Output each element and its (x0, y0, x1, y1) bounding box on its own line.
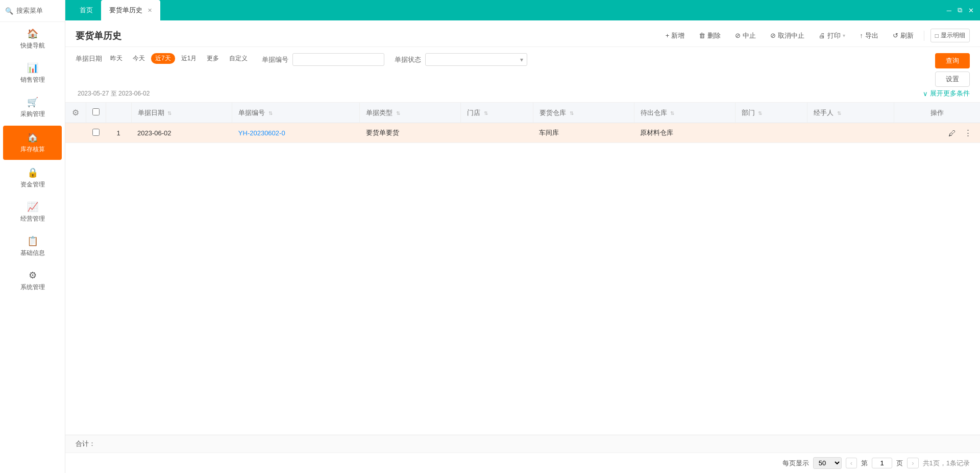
delete-icon: 🗑 (699, 32, 705, 39)
delete-button[interactable]: 🗑 删除 (695, 29, 725, 42)
date-opt-last7days[interactable]: 近7天 (151, 53, 175, 64)
sidebar-search-label: 搜索菜单 (16, 6, 43, 15)
sidebar-item-purchase[interactable]: 🛒 采购管理 (0, 90, 65, 125)
row-req-warehouse-cell: 车间库 (533, 123, 634, 143)
sidebar-item-inventory[interactable]: 🏠 库存核算 (3, 126, 62, 160)
col-date: 单据日期 ⇅ (131, 103, 232, 123)
col-type: 单据类型 ⇅ (360, 103, 461, 123)
sort-store-icon[interactable]: ⇅ (484, 110, 488, 116)
export-button[interactable]: ↑ 导出 (855, 29, 883, 42)
page-label: 第 (861, 459, 868, 468)
topbar: 首页 要货单历史 ✕ ─ ⧉ ✕ (65, 0, 980, 20)
sidebar-item-quick-nav[interactable]: 🏠 快捷导航 (0, 22, 65, 56)
row-check-cell (86, 123, 106, 143)
row-settings-cell (65, 123, 86, 143)
sidebar-item-system[interactable]: ⚙ 系统管理 (0, 264, 65, 298)
per-page-select[interactable]: 50 10 20 100 (813, 457, 842, 469)
sort-type-icon[interactable]: ⇅ (396, 110, 400, 116)
row-more-icon[interactable]: ⋮ (962, 127, 974, 138)
print-button[interactable]: 🖨 打印 ▾ (815, 29, 849, 42)
checkbox-icon: □ (935, 32, 939, 39)
per-page-label: 每页显示 (782, 459, 809, 468)
sort-handler-icon[interactable]: ⇅ (837, 110, 841, 116)
cancel-stop-button[interactable]: ⊘ 取消中止 (766, 29, 808, 42)
new-button[interactable]: + 新增 (662, 29, 689, 42)
col-settings: ⚙ (65, 103, 86, 123)
print-label: 打印 (827, 31, 841, 40)
date-filter-group: 单据日期 昨天 今天 近7天 近1月 更多 自定义 (76, 53, 252, 64)
expand-more-btn[interactable]: ∨ 展开更多条件 (923, 89, 970, 98)
table-body: 1 2023-06-02 YH-20230602-0 要货单要货 车间库 原材料… (65, 123, 980, 143)
prev-page-button[interactable]: ‹ (846, 458, 857, 468)
tab-home-label: 首页 (80, 6, 93, 15)
col-check (86, 103, 106, 123)
date-opt-today[interactable]: 今天 (129, 53, 149, 64)
sidebar-item-base-info[interactable]: 📋 基础信息 (0, 229, 65, 264)
content-area: 要货单历史 + 新增 🗑 删除 ⊘ 中止 ⊘ 取消中止 (65, 20, 980, 473)
sort-pending-warehouse-icon[interactable]: ⇅ (670, 110, 674, 116)
date-opt-more[interactable]: 更多 (203, 53, 223, 64)
print-dropdown-icon: ▾ (843, 33, 845, 38)
sidebar-item-label: 销售管理 (20, 76, 45, 84)
sidebar-item-sales[interactable]: 📊 销售管理 (0, 56, 65, 90)
status-filter-label: 单据状态 (395, 55, 421, 64)
date-opt-yesterday[interactable]: 昨天 (106, 53, 127, 64)
topbar-right: ─ ⧉ ✕ (947, 6, 974, 14)
status-select[interactable] (425, 53, 527, 66)
toolbar-divider (924, 31, 924, 41)
main-area: 首页 要货单历史 ✕ ─ ⧉ ✕ 要货单历史 + 新增 🗑 删除 (65, 0, 980, 473)
date-filter-label: 单据日期 (76, 54, 102, 63)
row-edit-icon[interactable]: 🖊 (946, 128, 958, 138)
cancel-stop-icon: ⊘ (770, 32, 776, 39)
tab-req-history-label: 要货单历史 (109, 6, 142, 15)
display-detail-button[interactable]: □ 显示明细 (930, 29, 970, 42)
status-select-wrap (425, 53, 527, 66)
stop-button[interactable]: ⊘ 中止 (731, 29, 760, 42)
col-store: 门店 ⇅ (461, 103, 533, 123)
date-opt-last1month[interactable]: 近1月 (177, 53, 201, 64)
sidebar-item-label: 经营管理 (20, 215, 45, 223)
sort-date-icon[interactable]: ⇅ (167, 110, 172, 116)
refresh-button[interactable]: ↺ 刷新 (889, 29, 918, 42)
minimize-icon[interactable]: ─ (947, 7, 951, 14)
stop-icon: ⊘ (735, 32, 741, 39)
cart-icon: 🛒 (27, 97, 38, 108)
row-no-cell: YH-20230602-0 (232, 123, 360, 143)
row-handler-cell (807, 123, 894, 143)
date-opt-custom[interactable]: 自定义 (225, 53, 252, 64)
restore-icon[interactable]: ⧉ (958, 6, 962, 14)
page-number-input[interactable] (872, 458, 892, 468)
sort-dept-icon[interactable]: ⇅ (758, 110, 762, 116)
docno-filter-input[interactable] (292, 53, 384, 66)
chevron-down-icon: ∨ (923, 90, 928, 98)
col-dept: 部门 ⇅ (735, 103, 807, 123)
row-no-link[interactable]: YH-20230602-0 (238, 129, 285, 137)
query-button[interactable]: 查询 (935, 53, 970, 68)
sort-req-warehouse-icon[interactable]: ⇅ (570, 110, 574, 116)
tab-close-icon[interactable]: ✕ (148, 7, 152, 14)
row-checkbox[interactable] (92, 129, 100, 136)
status-filter-group: 单据状态 (395, 53, 527, 66)
select-all-checkbox[interactable] (92, 108, 100, 115)
tab-req-history[interactable]: 要货单历史 ✕ (101, 0, 160, 20)
table-header-row: ⚙ 单据日期 ⇅ 单据编号 ⇅ (65, 103, 980, 123)
sort-no-icon[interactable]: ⇅ (268, 110, 273, 116)
export-label: 导出 (865, 31, 878, 40)
table-row[interactable]: 1 2023-06-02 YH-20230602-0 要货单要货 车间库 原材料… (65, 123, 980, 143)
new-icon: + (666, 32, 670, 39)
row-num-cell: 1 (106, 123, 131, 143)
toolbar: + 新增 🗑 删除 ⊘ 中止 ⊘ 取消中止 🖨 打印 (662, 29, 970, 42)
close-window-icon[interactable]: ✕ (968, 7, 974, 14)
sidebar-item-label: 采购管理 (20, 110, 45, 119)
tab-home[interactable]: 首页 (71, 0, 101, 20)
gear-settings-icon[interactable]: ⚙ (72, 108, 79, 117)
refresh-icon: ↺ (893, 32, 898, 39)
refresh-label: 刷新 (900, 31, 914, 40)
sidebar-search[interactable]: 🔍 搜索菜单 (0, 0, 65, 22)
next-page-button[interactable]: › (907, 458, 918, 468)
sidebar-item-operation[interactable]: 📈 经营管理 (0, 195, 65, 229)
home-icon: 🏠 (27, 28, 38, 39)
sidebar-item-finance[interactable]: 🔒 资金管理 (0, 161, 65, 195)
filter-settings-button[interactable]: 设置 (935, 72, 970, 87)
cancel-stop-label: 取消中止 (778, 31, 804, 40)
